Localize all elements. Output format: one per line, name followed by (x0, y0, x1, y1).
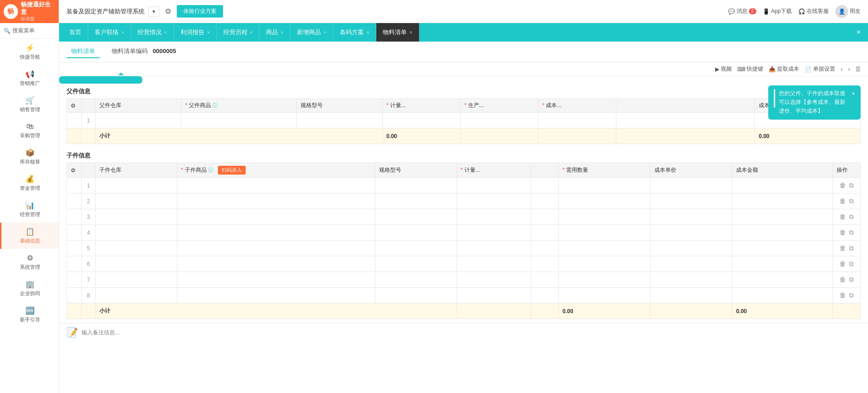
child-row-unit-5[interactable] (457, 241, 531, 256)
delete-row-6-button[interactable]: 🗑 (839, 260, 846, 267)
search-menu[interactable]: 🔍 搜索菜单 (0, 23, 59, 39)
child-row-warehouse-5[interactable] (96, 241, 177, 256)
child-row-spec-2[interactable] (375, 193, 457, 209)
cost-button[interactable]: 📥 提取成本 (769, 65, 799, 73)
tab-home[interactable]: 首页 (63, 23, 88, 42)
close-all-tabs-button[interactable]: × (853, 28, 864, 36)
tab-profit-close[interactable]: × (207, 30, 210, 35)
child-row-unit-price-3[interactable] (651, 209, 732, 225)
nav-prev-button[interactable]: ‹ (841, 66, 843, 73)
copy-row-5-button[interactable]: ⧉ (849, 244, 854, 252)
sidebar-item-quick-nav[interactable]: ⚡ 快捷导航 (0, 39, 59, 65)
sub-tab-bom-code[interactable]: 物料清单编码 0000005 (107, 45, 181, 58)
tab-bom[interactable]: 物料清单 × (376, 23, 419, 42)
copy-row-8-button[interactable]: ⧉ (849, 291, 854, 299)
child-row-unit-4[interactable] (457, 225, 531, 241)
app-download-button[interactable]: 📱 App下载 (763, 7, 792, 15)
delete-row-1-button[interactable]: 🗑 (839, 181, 846, 189)
tab-customer[interactable]: 客户联络 × (88, 23, 131, 42)
child-row-quantity-1[interactable] (559, 178, 651, 193)
sidebar-item-sales[interactable]: 🛒 销售管理 (0, 91, 59, 118)
child-row-unit-6[interactable] (457, 256, 531, 272)
child-row-unit-2[interactable] (457, 193, 531, 209)
tab-goods[interactable]: 商品 × (259, 23, 290, 42)
child-row-warehouse-4[interactable] (96, 225, 177, 241)
child-row-unit-price-1[interactable] (651, 178, 732, 193)
single-setting-button[interactable]: 📄 单据设置 (805, 65, 835, 73)
child-row-quantity-6[interactable] (559, 256, 651, 272)
child-row-spec-3[interactable] (375, 209, 457, 225)
scan-input-button[interactable]: 扫码录入 (218, 166, 246, 175)
system-dropdown-button[interactable]: ▾ (148, 6, 159, 17)
child-row-unit-price-6[interactable] (651, 256, 732, 272)
child-row-goods-4[interactable] (177, 225, 375, 241)
child-row-warehouse-1[interactable] (96, 178, 177, 193)
sidebar-item-operations[interactable]: 📊 经营管理 (0, 196, 59, 223)
delete-row-3-button[interactable]: 🗑 (839, 213, 846, 220)
child-row-quantity-5[interactable] (559, 241, 651, 256)
sidebar-item-inventory[interactable]: 📦 库存核算 (0, 144, 59, 170)
child-row-warehouse-2[interactable] (96, 193, 177, 209)
tab-operations-history[interactable]: 经营历程 × (217, 23, 260, 42)
parent-row-warehouse[interactable] (96, 113, 181, 128)
child-row-unit-price-5[interactable] (651, 241, 732, 256)
child-row-quantity-3[interactable] (559, 209, 651, 225)
tab-ops-status-close[interactable]: × (164, 30, 167, 35)
child-row-spec-4[interactable] (375, 225, 457, 241)
user-menu[interactable]: 👤 用友 (835, 5, 861, 18)
child-row-goods-7[interactable] (177, 272, 375, 288)
parent-row-goods[interactable] (181, 113, 296, 128)
copy-row-7-button[interactable]: ⧉ (849, 276, 854, 283)
child-row-unit-price-7[interactable] (651, 272, 732, 288)
child-row-warehouse-3[interactable] (96, 209, 177, 225)
child-row-quantity-7[interactable] (559, 272, 651, 288)
copy-row-1-button[interactable]: ⧉ (849, 181, 854, 189)
child-row-unit-price-8[interactable] (651, 288, 732, 303)
child-th-settings[interactable]: ⚙ (67, 163, 82, 178)
view-button[interactable]: ▶ 视频 (715, 65, 732, 73)
child-row-goods-8[interactable] (177, 288, 375, 303)
online-service-button[interactable]: 🎧 在线客服 (798, 7, 829, 15)
delete-row-7-button[interactable]: 🗑 (839, 276, 846, 283)
nav-next-button[interactable]: › (848, 66, 850, 73)
notes-input[interactable] (82, 329, 861, 336)
tab-barcode[interactable]: 条码方案 × (333, 23, 376, 42)
child-row-quantity-4[interactable] (559, 225, 651, 241)
copy-row-2-button[interactable]: ⧉ (849, 197, 854, 205)
message-button[interactable]: 💬 消息 6 (728, 7, 756, 15)
sidebar-item-marketing[interactable]: 📢 营销推广 (0, 65, 59, 91)
sub-tab-bom-list[interactable]: 物料清单 (66, 45, 100, 58)
child-row-quantity-2[interactable] (559, 193, 651, 209)
parent-row-produce[interactable] (460, 113, 538, 128)
child-row-unit-price-4[interactable] (651, 225, 732, 241)
sidebar-item-guide[interactable]: 🆕 新手引导 (0, 302, 59, 328)
tooltip-close-button[interactable]: × (851, 89, 855, 99)
child-row-warehouse-7[interactable] (96, 272, 177, 288)
sidebar-item-enterprise[interactable]: 🏢 企业协同 (0, 275, 59, 302)
tab-ops-history-close[interactable]: × (250, 30, 253, 35)
tab-new-goods-close[interactable]: × (324, 30, 326, 35)
child-row-goods-5[interactable] (177, 241, 375, 256)
tab-barcode-close[interactable]: × (367, 30, 369, 35)
settings-gear-button[interactable]: ⚙ (163, 5, 173, 18)
parent-th-settings[interactable]: ⚙ (67, 99, 82, 113)
child-row-goods-6[interactable] (177, 256, 375, 272)
child-row-unit-8[interactable] (457, 288, 531, 303)
child-row-unit-price-2[interactable] (651, 193, 732, 209)
sidebar-item-basic-info[interactable]: 📋 基础信息 (0, 223, 59, 249)
parent-row-unit[interactable] (382, 113, 460, 128)
tab-bom-close[interactable]: × (410, 30, 412, 35)
nav-list-button[interactable]: ☰ (856, 66, 861, 73)
child-row-spec-5[interactable] (375, 241, 457, 256)
delete-row-4-button[interactable]: 🗑 (839, 229, 846, 236)
delete-row-2-button[interactable]: 🗑 (839, 197, 846, 205)
shortcut-button[interactable]: ⌨ 快捷键 (737, 65, 763, 73)
child-row-unit-1[interactable] (457, 178, 531, 193)
child-row-spec-1[interactable] (375, 178, 457, 193)
copy-row-3-button[interactable]: ⧉ (849, 213, 854, 220)
tab-customer-close[interactable]: × (121, 30, 124, 35)
child-row-spec-8[interactable] (375, 288, 457, 303)
tab-operations-status[interactable]: 经营情况 × (131, 23, 174, 42)
child-row-unit-7[interactable] (457, 272, 531, 288)
child-row-spec-6[interactable] (375, 256, 457, 272)
